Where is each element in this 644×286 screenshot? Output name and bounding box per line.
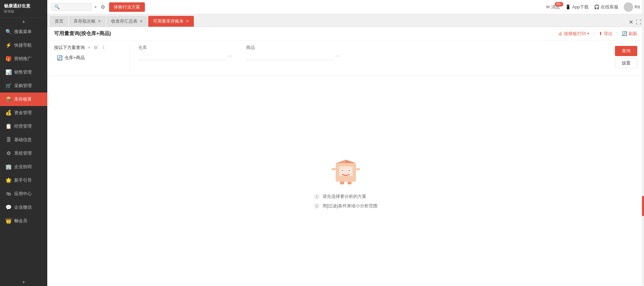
member-icon: 👑 — [5, 218, 11, 224]
tab-batch-ledger[interactable]: 库存批次账 ✕ — [69, 16, 106, 27]
tab-close-icon[interactable]: ✕ — [98, 19, 101, 24]
right-scrollbar — [642, 0, 644, 286]
sidebar-scroll-up[interactable]: ▲ — [0, 18, 47, 25]
filter-bar: 按以下方案查询 ＋ ⚙ 《 🔄 仓库+商品 仓库 ··· — [47, 41, 644, 76]
topbar-online-service[interactable]: 🎧 在线客服 — [594, 4, 618, 10]
scheme-label: 按以下方案查询 ＋ ⚙ 《 — [54, 45, 122, 51]
sidebar-logo: 畅康通好生意 标准版 — [0, 0, 47, 18]
manage-scheme-icon[interactable]: ⚙ — [94, 45, 98, 50]
sidebar-item-label: 库存核算 — [14, 96, 32, 102]
sidebar-item-label: 基础信息 — [14, 137, 32, 143]
inventory-icon: 📦 — [5, 96, 11, 102]
purchase-icon: 🛒 — [5, 83, 11, 89]
app-name: 畅康通好生意 — [4, 3, 43, 9]
close-window-icon[interactable]: ✕ — [629, 19, 633, 25]
page-title: 可用量查询(按仓库+商品) — [54, 30, 111, 37]
filter-fields: 仓库 ··· 商品 ··· — [138, 45, 610, 60]
sidebar-item-label: 采购管理 — [14, 83, 32, 89]
tab-close-icon[interactable]: ✕ — [139, 19, 143, 24]
warehouse-label: 仓库 — [138, 45, 239, 51]
svg-rect-6 — [340, 182, 344, 184]
tab-available-qty[interactable]: 可用量库存账本 ✕ — [148, 16, 194, 27]
sidebar-item-search[interactable]: 🔍 搜索菜单 — [0, 25, 47, 38]
topbar-search-box[interactable]: 🔍 — [51, 3, 92, 11]
svg-rect-9 — [356, 168, 360, 170]
headset-icon: 🎧 — [594, 4, 599, 9]
search-icon: 🔍 — [54, 4, 60, 9]
tab-receipt-summary[interactable]: 收发存汇总表 ✕ — [106, 16, 148, 27]
app-center-icon: 🛍 — [5, 191, 11, 197]
goods-input[interactable] — [246, 52, 334, 60]
sidebar-item-purchase[interactable]: 🛒 采购管理 — [0, 79, 47, 93]
warehouse-more-icon[interactable]: ··· — [227, 53, 232, 59]
sales-icon: 📊 — [5, 69, 11, 75]
filter-vertical-divider — [130, 45, 130, 72]
refresh-button[interactable]: 🔄 刷新 — [622, 31, 637, 37]
sidebar-item-marketing[interactable]: 🎁 营销推广 — [0, 52, 47, 66]
tab-home[interactable]: 首页 — [50, 16, 68, 27]
sidebar-item-basic[interactable]: 🗄 基础信息 — [0, 133, 47, 147]
settings-button[interactable]: 设置 — [615, 58, 637, 68]
empty-illustration — [329, 153, 363, 187]
wechat-icon: 💬 — [5, 204, 11, 210]
divider: | — [593, 31, 594, 36]
search-icon: 🔍 — [5, 29, 11, 35]
sidebar-item-newbie[interactable]: 🌟 新手引导 — [0, 174, 47, 187]
empty-hint-1: 1 请先选择要分析的方案 — [314, 193, 378, 200]
filter-scheme-panel: 按以下方案查询 ＋ ⚙ 《 🔄 仓库+商品 — [54, 45, 122, 62]
tabs-bar: 首页 库存批次账 ✕ 收发存汇总表 ✕ 可用量库存账本 ✕ ✕ ⛶ — [47, 14, 644, 27]
tabs-right-controls: ✕ ⛶ — [629, 19, 641, 27]
empty-hint-2: 2 用[过滤]条件来缩小分析范围 — [314, 203, 378, 209]
topbar-user[interactable]: Rit — [624, 2, 640, 12]
message-icon: ✉ — [546, 4, 550, 9]
topbar-search-input[interactable] — [61, 5, 88, 9]
system-icon: ⚙ — [5, 150, 11, 156]
scheme-item-warehouse-goods[interactable]: 🔄 仓库+商品 — [54, 53, 122, 62]
scrollbar-thumb[interactable] — [642, 196, 644, 216]
tab-close-icon[interactable]: ✕ — [186, 19, 189, 24]
svg-point-5 — [349, 170, 350, 171]
sidebar-item-member[interactable]: 👑 畅会员 — [0, 214, 47, 228]
sidebar-item-label: 资金管理 — [14, 110, 32, 116]
filter-field-warehouse: 仓库 ··· — [138, 45, 239, 60]
sidebar-item-inventory[interactable]: 📦 库存核算 — [0, 93, 47, 106]
query-button[interactable]: 查询 — [615, 46, 637, 56]
sidebar-item-finance[interactable]: 💰 资金管理 — [0, 106, 47, 120]
sidebar-item-enterprise[interactable]: 🏢 企业协同 — [0, 160, 47, 174]
topbar-message[interactable]: ✉ 消息 99+ — [546, 4, 560, 10]
app-edition: 标准版 — [4, 9, 43, 14]
warehouse-input-row: ··· — [138, 52, 239, 60]
topbar-gear-icon[interactable]: ⚙ — [101, 4, 105, 10]
sidebar-item-system[interactable]: ⚙ 系统管理 — [0, 147, 47, 160]
sidebar-item-label: 系统管理 — [14, 150, 32, 156]
sidebar-item-label: 企业微信 — [14, 204, 32, 210]
page-header-actions: 🖨 按模板打印 ▾ | ⬆ 导出 | 🔄 刷新 — [558, 31, 637, 37]
topbar-chevron-icon[interactable]: ▾ — [95, 5, 97, 9]
collapse-scheme-icon[interactable]: 《 — [100, 45, 105, 51]
goods-label: 商品 — [246, 45, 347, 51]
goods-more-icon[interactable]: ··· — [335, 53, 340, 59]
sidebar-scroll-down[interactable]: ▼ — [0, 279, 47, 286]
export-button[interactable]: ⬆ 导出 — [599, 31, 613, 37]
topbar-app-download[interactable]: 📱 App下载 — [565, 4, 589, 10]
sidebar-item-wechat[interactable]: 💬 企业微信 — [0, 201, 47, 214]
industry-solution-button[interactable]: 体验行业方案 — [109, 2, 145, 12]
sidebar-item-label: 畅会员 — [14, 218, 27, 224]
sidebar-item-label: 企业协同 — [14, 164, 32, 170]
sidebar-item-operation[interactable]: 📋 经营管理 — [0, 120, 47, 133]
sidebar-item-label: 经营管理 — [14, 123, 32, 129]
sidebar-item-sales[interactable]: 📊 销售管理 — [0, 66, 47, 79]
scheme-icon: 🔄 — [57, 55, 62, 60]
message-badge: 99+ — [555, 2, 563, 6]
finance-icon: 💰 — [5, 110, 11, 116]
sidebar-item-quick-nav[interactable]: ⚡ 快捷导航 — [0, 38, 47, 52]
sidebar-item-label: 快捷导航 — [14, 42, 32, 48]
sidebar-item-app-center[interactable]: 🛍 应用中心 — [0, 187, 47, 201]
warehouse-input[interactable] — [138, 52, 226, 60]
quick-nav-icon: ⚡ — [5, 42, 11, 48]
add-scheme-icon[interactable]: ＋ — [87, 45, 92, 51]
sidebar-item-label: 营销推广 — [14, 56, 32, 62]
template-print-button[interactable]: 🖨 按模板打印 ▾ — [558, 31, 589, 37]
svg-point-4 — [342, 170, 343, 171]
maximize-window-icon[interactable]: ⛶ — [636, 19, 641, 25]
